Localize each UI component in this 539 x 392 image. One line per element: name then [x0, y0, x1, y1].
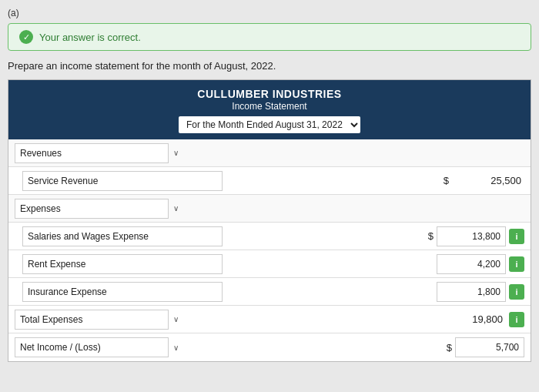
salaries-info-button[interactable]: i	[509, 229, 524, 244]
rent-info-button[interactable]: i	[509, 256, 524, 272]
income-statement: CULLUMBER INDUSTRIES Income Statement Fo…	[8, 79, 531, 362]
salaries-input[interactable]	[22, 226, 223, 246]
total-expenses-amount: 19,800	[434, 313, 503, 325]
net-income-dollar: $	[447, 342, 452, 353]
service-revenue-amount: 25,500	[452, 175, 521, 186]
net-income-label-cell: ∨	[15, 337, 179, 357]
net-income-amount-input[interactable]	[455, 337, 524, 357]
statement-type: Income Statement	[15, 101, 524, 112]
insurance-amount-input[interactable]	[437, 282, 506, 302]
insurance-right: i	[370, 282, 524, 302]
revenues-section-row: ∨	[8, 139, 531, 167]
total-expenses-chevron: ∨	[173, 315, 179, 323]
statement-body: ∨ $ 25,500 ∨	[8, 139, 531, 361]
revenues-input[interactable]	[15, 143, 169, 163]
instruction-text: Prepare an income statement for the mont…	[8, 60, 531, 72]
service-revenue-input[interactable]	[22, 171, 223, 191]
total-expenses-input[interactable]	[15, 310, 169, 330]
rent-row: i	[8, 250, 531, 278]
expenses-section-row: ∨	[8, 195, 531, 223]
statement-header: CULLUMBER INDUSTRIES Income Statement Fo…	[8, 80, 531, 139]
company-name: CULLUMBER INDUSTRIES	[15, 88, 524, 100]
service-revenue-row: $ 25,500	[8, 167, 531, 195]
period-row: For the Month Ended August 31, 2022	[15, 116, 524, 133]
total-expenses-info-button[interactable]: i	[509, 312, 524, 327]
total-expenses-row: ∨ 19,800 i	[8, 306, 531, 333]
insurance-input[interactable]	[22, 282, 223, 302]
rent-input[interactable]	[22, 254, 223, 274]
net-income-right: $	[370, 337, 524, 357]
expenses-label-cell: ∨	[15, 199, 179, 219]
salaries-dollar: $	[428, 230, 434, 242]
total-expenses-right: 19,800 i	[370, 312, 524, 327]
net-income-input[interactable]	[15, 337, 169, 357]
revenues-label-cell: ∨	[15, 143, 179, 163]
page-label: (a)	[8, 8, 531, 18]
correct-message: Your answer is correct.	[39, 32, 141, 43]
rent-amount-input[interactable]	[437, 254, 506, 274]
salaries-row: $ i	[8, 223, 531, 250]
service-revenue-dollar: $	[444, 175, 449, 186]
expenses-chevron: ∨	[173, 204, 179, 213]
insurance-row: i	[8, 278, 531, 306]
net-income-row: ∨ $	[8, 333, 531, 361]
revenues-chevron: ∨	[173, 149, 179, 157]
total-expenses-label-cell: ∨	[15, 310, 179, 330]
correct-banner: ✓ Your answer is correct.	[8, 23, 531, 51]
expenses-input[interactable]	[15, 199, 169, 219]
check-icon: ✓	[19, 30, 33, 44]
rent-right: i	[370, 254, 524, 274]
insurance-info-button[interactable]: i	[509, 284, 524, 300]
salaries-right: $ i	[370, 226, 524, 246]
salaries-amount-input[interactable]	[437, 226, 506, 246]
service-revenue-right: $ 25,500	[370, 175, 524, 186]
period-select[interactable]: For the Month Ended August 31, 2022	[179, 116, 360, 133]
net-income-chevron: ∨	[173, 343, 179, 352]
